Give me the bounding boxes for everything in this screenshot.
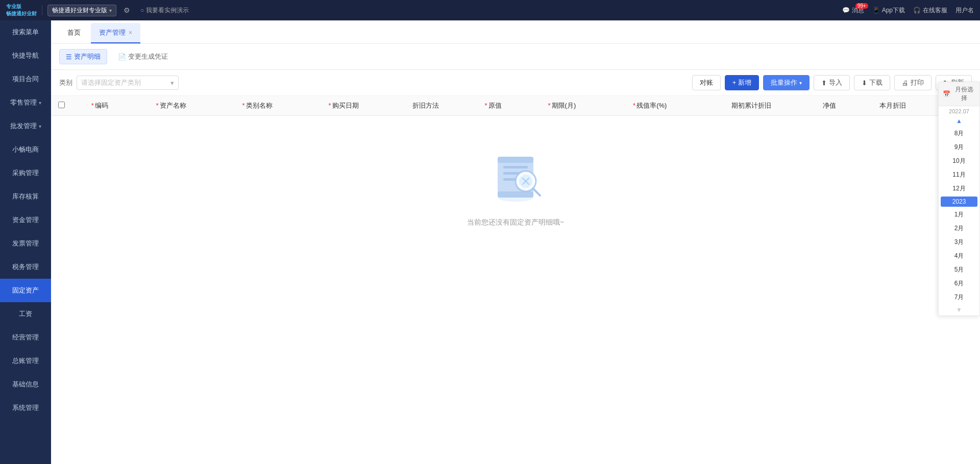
sidebar-item-purchase[interactable]: 采购管理 [0,161,51,185]
sidebar-item-inventory[interactable]: 库存核算 [0,185,51,208]
th-original-value: *原值 [465,96,521,116]
tab-asset-manage[interactable]: 资产管理 × [91,23,140,43]
import-label: 导入 [829,78,842,87]
th-name: *资产名称 [128,96,214,116]
sidebar-item-label: 系统管理 [12,404,39,411]
page-body: ☰ 资产明细 📄 变更生成凭证 类别 请选择固定资产类别 ▾ 对账 + 新增 [51,44,980,464]
tab-home-label: 首页 [67,29,81,36]
month-item-6[interactable]: 6月 [939,277,979,290]
month-item-11[interactable]: 11月 [939,168,979,182]
import-icon: ⬆ [821,79,827,87]
sidebar-item-wholesale[interactable]: 批发管理 [0,114,51,138]
month-item-4[interactable]: 4月 [939,249,979,263]
tab-home[interactable]: 首页 [59,23,89,43]
select-all-checkbox[interactable] [58,102,65,108]
sidebar-item-search[interactable]: 搜索菜单 [0,20,51,44]
sub-tabs: ☰ 资产明细 📄 变更生成凭证 [51,44,980,70]
sidebar-item-label: 库存核算 [12,192,39,200]
sidebar-item-invoice[interactable]: 发票管理 [0,232,51,255]
month-item-5[interactable]: 5月 [939,263,979,277]
month-item-8[interactable]: 8月 [939,127,979,140]
sidebar-item-basic-info[interactable]: 基础信息 [0,373,51,396]
demo-label: 我要看实例演示 [146,6,189,15]
year-2023-badge[interactable]: 2023 [941,197,977,207]
company-selector[interactable]: 畅捷通好业财专业版 ▾ [47,5,116,16]
chevron-down-icon: ▾ [109,8,112,13]
sidebar-item-finance[interactable]: 资金管理 [0,208,51,232]
svg-rect-2 [498,157,533,163]
required-star: * [156,102,158,109]
th-purchase-date: *购买日期 [301,96,387,116]
month-item-10[interactable]: 10月 [939,154,979,168]
month-item-7[interactable]: 7月 [939,290,979,304]
sidebar-item-quick-nav[interactable]: 快捷导航 [0,44,51,67]
sidebar-item-retail[interactable]: 零售管理 [0,91,51,114]
sub-tab-asset-detail[interactable]: ☰ 资产明细 [59,49,107,64]
required-star: * [329,102,331,109]
add-button[interactable]: + 新增 [725,75,759,90]
app-download-button[interactable]: 📱 App下载 [872,6,905,15]
table-header-row: *编码 *资产名称 *类别名称 *购买日期 折旧方法 [51,96,980,116]
th-category: *类别名称 [214,96,301,116]
th-monthly-dep: 本月折旧 [853,96,932,116]
sidebar: 搜索菜单 快捷导航 项目合同 零售管理 批发管理 小畅电商 采购管理 库存核算 … [0,20,51,464]
headset-icon: 🎧 [913,7,921,14]
settings-icon[interactable]: ⚙ [124,6,130,14]
toolbar-right: 对账 + 新增 批量操作 ▾ ⬆ 导入 ⬇ 下载 🖨 [692,75,972,90]
user-menu[interactable]: 用户名 [955,6,974,15]
demo-link[interactable]: 我要看实例演示 [140,6,189,15]
sidebar-item-payroll[interactable]: 工资 [0,302,51,326]
list-icon: ☰ [66,53,72,61]
tabbar: 首页 资产管理 × [51,20,980,44]
sidebar-item-project[interactable]: 项目合同 [0,67,51,91]
import-button[interactable]: ⬆ 导入 [814,75,850,90]
sub-tab-change-voucher[interactable]: 📄 变更生成凭证 [111,49,175,64]
month-item-9[interactable]: 9月 [939,140,979,154]
table-container: *编码 *资产名称 *类别名称 *购买日期 折旧方法 [51,96,980,464]
message-button[interactable]: 💬 消息 99+ [842,6,864,15]
app-download-label: App下载 [882,6,905,15]
download-button[interactable]: ⬇ 下载 [854,75,890,90]
sidebar-item-label: 批发管理 [10,121,37,131]
sidebar-item-ecommerce[interactable]: 小畅电商 [0,138,51,161]
month-item-3[interactable]: 3月 [939,235,979,249]
th-depreciation-method: 折旧方法 [387,96,465,116]
month-item-2[interactable]: 2月 [939,222,979,235]
topbar: 专业版 畅捷通好业财 畅捷通好业财专业版 ▾ ⚙ 我要看实例演示 💬 消息 99… [0,0,980,20]
sidebar-item-label: 总账管理 [12,357,39,364]
category-label: 类别 [59,78,72,87]
month-item-1[interactable]: 1月 [939,208,979,222]
sidebar-item-tax[interactable]: 税务管理 [0,255,51,279]
batch-ops-button[interactable]: 批量操作 ▾ [763,75,810,90]
th-net-value: 净值 [805,96,854,116]
sidebar-item-label: 税务管理 [12,263,39,271]
required-star: * [242,102,245,109]
sidebar-item-label: 采购管理 [12,169,39,177]
print-label: 打印 [911,78,924,87]
online-service-button[interactable]: 🎧 在线客服 [913,6,947,15]
sidebar-item-label: 项目合同 [12,75,39,83]
sidebar-item-label: 小畅电商 [12,145,39,153]
empty-text: 当前您还没有固定资产明细哦~ [467,218,564,227]
content-area: 首页 资产管理 × ☰ 资产明细 📄 变更生成凭证 [51,20,980,464]
sidebar-item-system[interactable]: 系统管理 [0,396,51,420]
sidebar-item-label: 资金管理 [12,216,39,224]
sidebar-item-operations[interactable]: 经营管理 [0,326,51,349]
category-select[interactable]: 请选择固定资产类别 ▾ [77,76,179,90]
batch-ops-label: 批量操作 [771,78,797,87]
th-period: *期限(月) [521,96,602,116]
message-badge: 99+ [855,3,868,9]
sidebar-item-fixed-assets[interactable]: 固定资产 [0,279,51,302]
print-button[interactable]: 🖨 打印 [894,75,932,90]
month-item-12[interactable]: 12月 [939,182,979,196]
sub-tab-change-voucher-label: 变更生成凭证 [128,52,168,61]
sidebar-item-label: 快捷导航 [12,52,39,59]
tab-close-icon[interactable]: × [129,29,132,36]
month-down-arrow[interactable]: ▼ [939,304,979,315]
reconcile-button[interactable]: 对账 [692,75,721,90]
month-list: 8月 9月 10月 11月 12月 2023 1月 2月 3月 4月 5月 6月… [939,127,979,304]
th-residual-rate: *残值率(%) [603,96,697,116]
month-up-arrow[interactable]: ▲ [939,115,979,127]
sidebar-item-label: 零售管理 [10,98,37,107]
sidebar-item-ledger[interactable]: 总账管理 [0,349,51,373]
